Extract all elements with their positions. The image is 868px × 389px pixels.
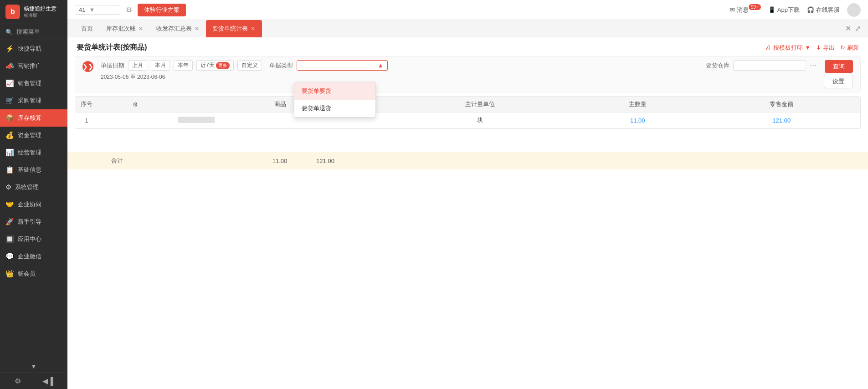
sidebar-item-operation[interactable]: 📊 经营管理: [0, 144, 67, 161]
quick-nav-icon: ⚡: [5, 45, 14, 53]
app-version: 标准版: [24, 12, 56, 19]
sidebar-item-enterprise[interactable]: 🤝 企业协同: [0, 196, 67, 213]
table-row: 1 块 11.00 121.00: [75, 113, 860, 128]
dropdown-item-order-goods[interactable]: 要货单要货: [294, 82, 375, 100]
tabbar-actions: ✕ ⤢: [845, 24, 861, 33]
print-button[interactable]: 🖨 按模板打印 ▼: [765, 44, 811, 52]
warehouse-filter-input[interactable]: [733, 60, 806, 71]
collapse-sidebar-button[interactable]: ◀▐: [42, 377, 53, 385]
refresh-icon: ↻: [840, 44, 845, 51]
topbar-left: 41 ▼ ⚙ 体验行业方案: [75, 4, 730, 16]
page-content: 要货单统计表(按商品) 🖨 按模板打印 ▼ ⬇ 导出 ↻ 刷新 ❯❯: [67, 37, 868, 389]
page-actions: 🖨 按模板打印 ▼ ⬇ 导出 ↻ 刷新: [765, 44, 859, 52]
product-name-masked: [178, 117, 215, 123]
sidebar-item-quick-nav[interactable]: ⚡ 快捷导航: [0, 40, 67, 57]
settings-button[interactable]: 设置: [824, 75, 853, 88]
sidebar-item-label: 系统管理: [15, 183, 39, 191]
wechat-icon: 💬: [5, 252, 14, 261]
appstore-icon: 🔲: [5, 235, 14, 243]
sidebar-nav: ⚡ 快捷导航 📣 营销推广 📈 销售管理 🛒 采购管理 📦 库存核算 💰 资金管…: [0, 40, 67, 360]
sidebar-item-label: 应用中心: [18, 235, 41, 243]
table-header-row: 序号 ⚙ 商品 主计量单位 主数量 零售金额: [75, 97, 860, 113]
sidebar-item-label: 畅会员: [18, 270, 36, 278]
refresh-button[interactable]: ↻ 刷新: [840, 44, 859, 52]
col-qty: 主数量: [572, 97, 703, 113]
topbar-gear-icon[interactable]: ⚙: [126, 5, 132, 14]
sidebar-item-system[interactable]: ⚙ 系统管理: [0, 179, 67, 196]
more-options-icon[interactable]: ···: [810, 61, 817, 70]
sidebar-item-label: 基础信息: [18, 166, 41, 174]
tab-order-stats[interactable]: 要货单统计表 ✕: [206, 20, 262, 37]
query-button[interactable]: 查询: [825, 60, 853, 73]
dropdown-item-order-return[interactable]: 要货单退货: [294, 100, 375, 117]
date-curr-year-button[interactable]: 本年: [174, 60, 193, 71]
type-filter-label: 单据类型: [269, 61, 293, 70]
tab-recv-summary[interactable]: 收发存汇总表 ✕: [150, 20, 206, 37]
settings-icon[interactable]: ⚙: [15, 377, 21, 385]
tabbar: 首页 库存批次账 ✕ 收发存汇总表 ✕ 要货单统计表 ✕ ✕ ⤢: [67, 20, 868, 37]
tab-order-stats-label: 要货单统计表: [212, 25, 248, 33]
print-chevron-down-icon: ▼: [805, 44, 811, 51]
type-filter-input[interactable]: ▲: [297, 60, 388, 71]
company-selector-value: 41: [79, 6, 85, 13]
cell-row-settings: [98, 113, 173, 128]
guide-icon: 🚀: [5, 218, 14, 226]
type-filter-group: 单据类型 ▲: [269, 60, 699, 71]
close-tab-order-stats[interactable]: ✕: [251, 26, 255, 32]
sidebar-item-inventory[interactable]: 📦 库存核算: [0, 109, 67, 127]
sidebar-item-member[interactable]: 👑 畅会员: [0, 265, 67, 282]
date-range-display: 2023-05-06 至 2023-06-06: [101, 73, 262, 81]
export-button[interactable]: ⬇ 导出: [816, 44, 835, 52]
date-custom-button[interactable]: 自定义: [237, 60, 262, 71]
tab-home[interactable]: 首页: [75, 20, 100, 37]
system-icon: ⚙: [5, 183, 11, 191]
sidebar-bottom: ⚙ ◀▐: [0, 373, 67, 389]
sidebar-item-purchase[interactable]: 🛒 采购管理: [0, 92, 67, 109]
page-title: 要货单统计表(按商品): [77, 43, 147, 52]
sidebar-item-marketing[interactable]: 📣 营销推广: [0, 57, 67, 75]
messages-button[interactable]: ✉ 消息 99+: [730, 6, 761, 14]
sidebar-scroll-down[interactable]: ▼: [0, 360, 67, 373]
date-curr-month-button[interactable]: 本月: [151, 60, 170, 71]
summary-label: 合计: [111, 157, 202, 165]
sidebar-item-finance[interactable]: 💰 资金管理: [0, 127, 67, 144]
online-service-button[interactable]: 🎧 在线客服: [807, 6, 840, 14]
download-icon: 📱: [768, 6, 776, 13]
close-tab-inventory-batch[interactable]: ✕: [139, 26, 143, 32]
export-label: 导出: [823, 44, 835, 52]
app-name: 畅捷通好生意: [24, 5, 56, 13]
cell-qty[interactable]: 11.00: [572, 113, 703, 128]
cell-amount[interactable]: 121.00: [703, 113, 860, 128]
refresh-label: 刷新: [847, 44, 859, 52]
filter-expand-button[interactable]: ❯❯: [82, 61, 93, 72]
date-7days-button[interactable]: 近7天 更多: [196, 60, 234, 71]
app-download-label: App下载: [777, 6, 800, 14]
sidebar-item-appstore[interactable]: 🔲 应用中心: [0, 230, 67, 248]
chevron-down-icon: ▼: [89, 6, 95, 13]
close-tab-recv-summary[interactable]: ✕: [195, 26, 199, 32]
maximize-icon[interactable]: ⤢: [855, 24, 861, 33]
topbar: 41 ▼ ⚙ 体验行业方案 ✉ 消息 99+ 📱 App下载 🎧 在线客服: [67, 0, 868, 20]
trial-industry-button[interactable]: 体验行业方案: [138, 4, 186, 16]
company-selector[interactable]: 41 ▼: [75, 5, 120, 15]
sidebar-item-label: 企业协同: [18, 200, 41, 209]
sidebar-item-label: 经营管理: [18, 148, 41, 157]
tab-home-label: 首页: [81, 25, 93, 33]
type-dropdown: 要货单要货 要货单退货: [294, 82, 376, 118]
tab-inventory-batch[interactable]: 库存批次账 ✕: [100, 20, 150, 37]
search-icon: 🔍: [5, 29, 13, 36]
close-all-tabs-icon[interactable]: ✕: [845, 24, 851, 33]
sidebar: b 畅捷通好生意 标准版 🔍 搜索菜单 ⚡ 快捷导航 📣 营销推广 📈 销售管理…: [0, 0, 67, 389]
sidebar-item-guide[interactable]: 🚀 新手引导: [0, 213, 67, 230]
col-settings: ⚙: [98, 97, 173, 113]
app-download-button[interactable]: 📱 App下载: [768, 6, 800, 14]
date-prev-month-button[interactable]: 上月: [128, 60, 147, 71]
sidebar-item-sales[interactable]: 📈 销售管理: [0, 75, 67, 92]
user-avatar[interactable]: [847, 3, 861, 17]
messages-badge: 99+: [749, 4, 761, 10]
sidebar-item-wechat[interactable]: 💬 企业微信: [0, 248, 67, 265]
sidebar-item-basic[interactable]: 📋 基础信息: [0, 161, 67, 179]
sidebar-search[interactable]: 🔍 搜索菜单: [0, 24, 67, 40]
table-settings-icon[interactable]: ⚙: [133, 101, 138, 108]
app-logo-icon: b: [5, 5, 20, 19]
